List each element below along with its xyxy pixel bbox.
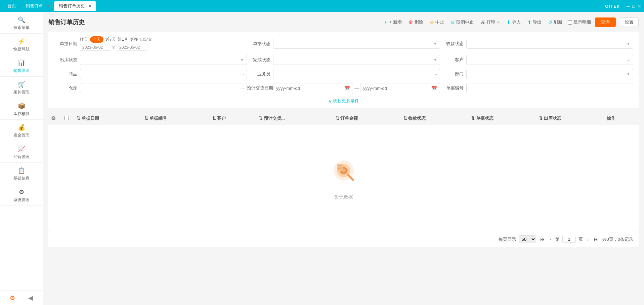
expected-date-to-control[interactable]: 📅 [360, 83, 440, 93]
close-btn[interactable]: ✕ [638, 4, 641, 9]
cancel-stop-button[interactable]: ⊙ 取消中止 [449, 18, 475, 26]
date-from-input[interactable] [80, 44, 110, 51]
new-button[interactable]: ＋ + 新增 [382, 18, 403, 26]
th-doc-number[interactable]: ⇅ 单据编号 [142, 112, 210, 125]
filter-item-complete-status: 完成状态 ▼ [247, 55, 440, 65]
date-7days[interactable]: 近7天 [105, 37, 116, 42]
salesperson-input[interactable] [276, 72, 433, 77]
stop-button[interactable]: ⊘ 中止 [429, 18, 445, 26]
query-button[interactable]: 查询 [595, 17, 616, 27]
sidebar-item-search-menu[interactable]: 🔍 搜索菜单 [0, 12, 43, 34]
th-outbound-status-label: ⇅ 出库状态 [539, 116, 561, 121]
filter-item-doc-number: 单据编号 [440, 83, 633, 93]
date-range-input: 至 [80, 44, 247, 51]
sidebar-item-operation-mgmt[interactable]: 📈 经营管理 [0, 141, 43, 163]
import-button[interactable]: ⬇ 导入 [505, 18, 522, 26]
date-today[interactable]: 今天 [90, 36, 103, 43]
sidebar-item-purchase-mgmt[interactable]: 🛒 采购管理 [0, 77, 43, 98]
sidebar-item-inventory-calc[interactable]: 📦 库存核算 [0, 98, 43, 120]
table-settings-icon[interactable]: ⚙ [51, 115, 55, 121]
product-input[interactable] [83, 72, 240, 77]
next-page-btn[interactable]: › [586, 236, 590, 242]
minimize-btn[interactable]: ─ [627, 4, 630, 9]
pay-status-input[interactable] [469, 41, 627, 46]
filter-panel: 单据日期 昨天 今天 近7天 近1月 更多 自定义 至 [48, 32, 639, 108]
product-dots[interactable]: ··· [240, 72, 244, 77]
complete-status-control[interactable]: ▼ [273, 55, 440, 65]
calendar-to-icon[interactable]: 📅 [432, 86, 437, 91]
refresh-button[interactable]: ↺ 刷新 [547, 18, 564, 26]
customer-dots[interactable]: ··· [627, 58, 630, 63]
collapse-row[interactable]: ∧ 收起更多条件 [54, 97, 633, 105]
outbound-status-control[interactable]: ▼ [80, 55, 247, 65]
tab-sales-order-history-close[interactable]: ✕ [88, 4, 91, 8]
pay-status-control[interactable]: ▼ [466, 39, 633, 49]
print-button[interactable]: 🖨 打印 ▼ [479, 18, 501, 26]
date-to-input[interactable] [117, 44, 147, 51]
department-input[interactable] [469, 72, 627, 77]
current-page-input[interactable] [562, 236, 576, 243]
sidebar-item-system-mgmt[interactable]: ⚙ 系统管理 [0, 184, 43, 206]
export-button[interactable]: ⬆ 导出 [526, 18, 543, 26]
warehouse-control[interactable]: ··· [80, 83, 247, 93]
sidebar-item-base-info-label: 基础信息 [13, 176, 30, 181]
tab-sales-order[interactable]: 销售订单 ✕ [21, 1, 54, 11]
sidebar-collapse-icon[interactable]: ◀ [28, 294, 33, 302]
doc-number-input[interactable] [469, 86, 630, 91]
th-order-amount[interactable]: ⇅ 订单金额 [333, 112, 401, 125]
empty-state-illustration [327, 155, 360, 189]
warehouse-input[interactable] [83, 86, 240, 91]
calendar-from-icon[interactable]: 📅 [345, 86, 350, 91]
first-page-btn[interactable]: ⏮ [539, 236, 546, 242]
setting-button[interactable]: 设置 [620, 17, 639, 27]
th-checkbox-all[interactable] [65, 116, 69, 120]
sidebar-item-sales-mgmt[interactable]: 📊 销售管理 [0, 55, 43, 77]
customer-input[interactable] [469, 58, 627, 63]
product-control[interactable]: ··· [80, 69, 247, 79]
page-title: 销售订单历史 [48, 18, 85, 26]
warehouse-dots[interactable]: ··· [240, 86, 244, 91]
doc-date-label: 单据日期 [54, 41, 77, 47]
print-dropdown-icon: ▼ [497, 21, 500, 24]
page-size-select[interactable]: 10 20 50 100 [519, 235, 536, 243]
salesperson-dots[interactable]: ··· [433, 72, 437, 77]
doc-status-control[interactable]: ▼ [273, 39, 440, 49]
outbound-status-chevron: ▼ [240, 58, 244, 62]
sidebar-item-capital-mgmt[interactable]: 💰 资金管理 [0, 120, 43, 141]
date-1month[interactable]: 近1月 [118, 37, 128, 42]
sidebar-item-quick-nav[interactable]: ⚡ 快捷导航 [0, 34, 43, 55]
expected-date-to-input[interactable] [363, 86, 432, 91]
th-doc-date[interactable]: ⇅ 单据日期 [74, 112, 142, 125]
date-more[interactable]: 更多 [130, 37, 138, 42]
th-expected-delivery[interactable]: ⇅ 预计交货... [256, 112, 333, 125]
date-custom[interactable]: 自定义 [140, 37, 152, 42]
sidebar-item-inventory-calc-label: 库存核算 [13, 111, 30, 117]
expected-date-from-input[interactable] [276, 86, 345, 91]
expected-date-from-control[interactable]: 📅 [273, 83, 353, 93]
th-pay-status[interactable]: ⇅ 收款状态 [401, 112, 469, 125]
doc-number-control[interactable] [466, 83, 633, 93]
print-icon: 🖨 [480, 20, 485, 25]
tab-home[interactable]: 首页 [3, 1, 21, 11]
th-outbound-status[interactable]: ⇅ 出库状态 [536, 112, 604, 125]
prev-page-btn[interactable]: ‹ [549, 236, 553, 242]
complete-status-input[interactable] [276, 58, 433, 63]
last-page-btn[interactable]: ⏭ [593, 236, 600, 242]
th-doc-status[interactable]: ⇅ 单据状态 [468, 112, 536, 125]
date-yesterday[interactable]: 昨天 [80, 37, 88, 42]
display-toggle[interactable]: 显示明细 [568, 19, 591, 25]
customer-control[interactable]: ··· [466, 55, 633, 65]
department-control[interactable]: ▼ [466, 69, 633, 79]
tab-sales-order-history[interactable]: 销售订单历史 ✕ [54, 1, 96, 11]
sidebar-settings-icon[interactable]: ⚙ [10, 294, 15, 302]
doc-status-input[interactable] [276, 41, 433, 46]
tab-sales-order-close[interactable]: ✕ [46, 4, 49, 8]
outbound-status-input[interactable] [83, 58, 240, 63]
filter-item-warehouse: 仓库 ··· [54, 83, 247, 93]
th-customer[interactable]: ⇅ 客户 [210, 112, 256, 125]
delete-button[interactable]: 🗑 删除 [407, 18, 425, 26]
sidebar-item-base-info[interactable]: 📋 基础信息 [0, 163, 43, 184]
maximize-btn[interactable]: □ [632, 4, 635, 9]
display-toggle-checkbox[interactable] [568, 20, 572, 25]
salesperson-control[interactable]: ··· [273, 69, 440, 79]
